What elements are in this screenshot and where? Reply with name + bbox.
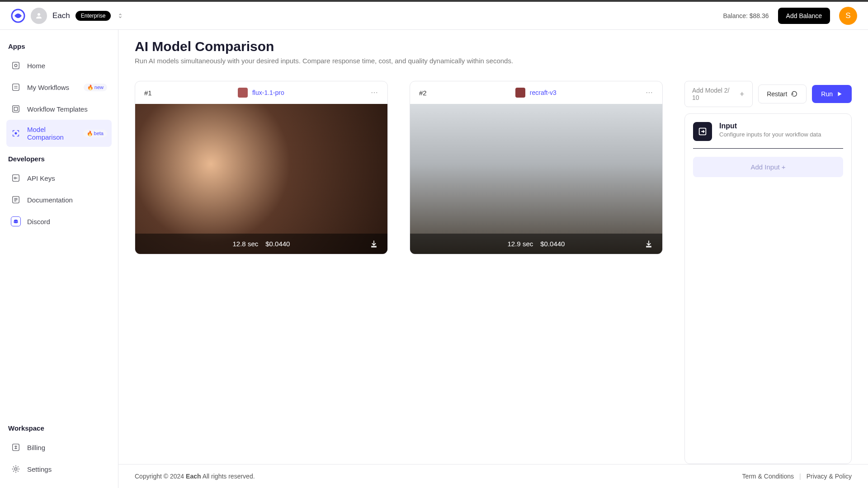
sidebar-item-label: Documentation — [27, 196, 107, 204]
workflows-icon — [11, 82, 21, 92]
user-icon — [31, 8, 47, 24]
model-thumb-icon — [238, 88, 248, 98]
restart-button[interactable]: Restart — [758, 84, 807, 103]
svg-point-18 — [649, 92, 650, 93]
copyright-text: Copyright © 2024 Each All rights reserve… — [135, 473, 255, 480]
model-name: recraft-v3 — [530, 89, 557, 96]
sidebar-item-label: Discord — [27, 218, 107, 225]
sidebar-item-workflows[interactable]: My Workflows 🔥new — [6, 76, 112, 98]
page-title: AI Model Comparison — [135, 39, 852, 54]
templates-icon — [11, 104, 21, 114]
download-icon[interactable] — [644, 239, 653, 249]
input-panel: Input Configure inputs for your workflow… — [684, 113, 852, 464]
sidebar-item-templates[interactable]: Workflow Templates — [6, 98, 112, 120]
brand-name: Each — [52, 11, 70, 20]
time-text: 12.9 sec — [508, 240, 533, 248]
model-card-2: #2 recraft-v3 12.9 sec $0.0440 — [410, 81, 663, 254]
sidebar-item-label: My Workflows — [27, 84, 77, 91]
discord-icon — [11, 216, 21, 226]
sidebar-item-discord[interactable]: Discord — [6, 211, 112, 232]
sidebar-item-apikeys[interactable]: API Keys — [6, 167, 112, 189]
developers-section-title: Developers — [8, 155, 110, 163]
badge-new: 🔥new — [84, 84, 107, 91]
run-label: Run — [821, 90, 833, 98]
svg-point-1 — [38, 13, 40, 16]
docs-icon — [11, 195, 21, 205]
footer: Copyright © 2024 Each All rights reserve… — [118, 464, 868, 488]
sidebar-item-docs[interactable]: Documentation — [6, 189, 112, 211]
avatar[interactable]: S — [839, 7, 857, 25]
model-name: flux-1.1-pro — [252, 89, 284, 96]
svg-point-13 — [372, 92, 373, 93]
page-desc: Run AI models simultaneously with your d… — [135, 57, 852, 65]
sidebar-item-label: Model Comparison — [27, 126, 77, 141]
svg-rect-16 — [371, 246, 377, 247]
model-selector[interactable]: flux-1.1-pro — [238, 88, 284, 98]
add-model-button[interactable]: Add Model 2/ 10 — [684, 81, 753, 107]
model-selector[interactable]: recraft-v3 — [515, 88, 557, 98]
sidebar-item-label: Settings — [27, 465, 107, 473]
run-button[interactable]: Run — [812, 85, 852, 103]
comparison-icon — [11, 128, 21, 138]
plus-icon — [739, 90, 745, 98]
time-text: 12.8 sec — [233, 240, 259, 248]
svg-rect-20 — [646, 246, 651, 247]
svg-point-12 — [14, 468, 17, 470]
input-icon — [693, 122, 712, 141]
result-image: 12.9 sec $0.0440 — [410, 104, 662, 254]
card-rank: #2 — [419, 89, 427, 97]
sidebar-item-label: Home — [27, 62, 107, 70]
sidebar-item-billing[interactable]: Billing — [6, 436, 112, 458]
restart-label: Restart — [767, 90, 787, 98]
sidebar-item-label: API Keys — [27, 174, 107, 182]
svg-point-3 — [14, 64, 17, 67]
svg-point-7 — [15, 132, 17, 134]
add-balance-button[interactable]: Add Balance — [778, 8, 830, 24]
badge-beta: 🔥beta — [83, 130, 107, 137]
billing-icon — [11, 442, 21, 452]
settings-icon — [11, 464, 21, 474]
more-icon[interactable] — [645, 89, 653, 97]
privacy-link[interactable]: Privacy & Policy — [807, 473, 852, 480]
input-title: Input — [719, 122, 821, 130]
plan-badge: Enterprise — [75, 11, 111, 21]
restart-icon — [791, 90, 798, 98]
svg-point-15 — [376, 92, 377, 93]
apps-section-title: Apps — [8, 42, 110, 50]
card-rank: #1 — [144, 89, 152, 97]
input-desc: Configure inputs for your workflow data — [719, 131, 821, 138]
svg-point-9 — [14, 177, 16, 179]
sidebar: Apps Home My Workflows 🔥new Workflow Tem… — [0, 30, 118, 488]
sidebar-item-label: Billing — [27, 444, 107, 451]
svg-point-17 — [646, 92, 647, 93]
terms-link[interactable]: Term & Conditions — [742, 473, 794, 480]
svg-point-19 — [651, 92, 652, 93]
svg-rect-5 — [13, 106, 19, 113]
logo-icon — [11, 9, 25, 23]
cost-text: $0.0440 — [540, 240, 565, 248]
add-model-label: Add Model 2/ 10 — [692, 87, 734, 101]
sidebar-item-label: Workflow Templates — [27, 105, 107, 113]
svg-rect-2 — [13, 62, 19, 69]
result-image: 12.8 sec $0.0440 — [135, 104, 387, 254]
workspace-section-title: Workspace — [8, 424, 110, 432]
separator: | — [799, 473, 801, 480]
dropdown-icon[interactable] — [118, 13, 123, 19]
cost-text: $0.0440 — [265, 240, 290, 248]
model-card-1: #1 flux-1.1-pro 12.8 sec $0.0440 — [135, 81, 388, 254]
svg-rect-6 — [14, 107, 17, 110]
key-icon — [11, 173, 21, 183]
home-icon — [11, 61, 21, 70]
download-icon[interactable] — [369, 239, 378, 249]
more-icon[interactable] — [370, 89, 378, 97]
play-icon — [836, 91, 843, 97]
sidebar-item-comparison[interactable]: Model Comparison 🔥beta — [6, 120, 112, 147]
model-thumb-icon — [515, 88, 525, 98]
svg-point-14 — [374, 92, 375, 93]
svg-rect-4 — [13, 84, 19, 91]
sidebar-item-home[interactable]: Home — [6, 55, 112, 76]
balance-text: Balance: $88.36 — [723, 12, 769, 19]
header: Each Enterprise Balance: $88.36 Add Bala… — [0, 2, 868, 30]
add-input-button[interactable]: Add Input + — [693, 157, 843, 177]
sidebar-item-settings[interactable]: Settings — [6, 458, 112, 480]
